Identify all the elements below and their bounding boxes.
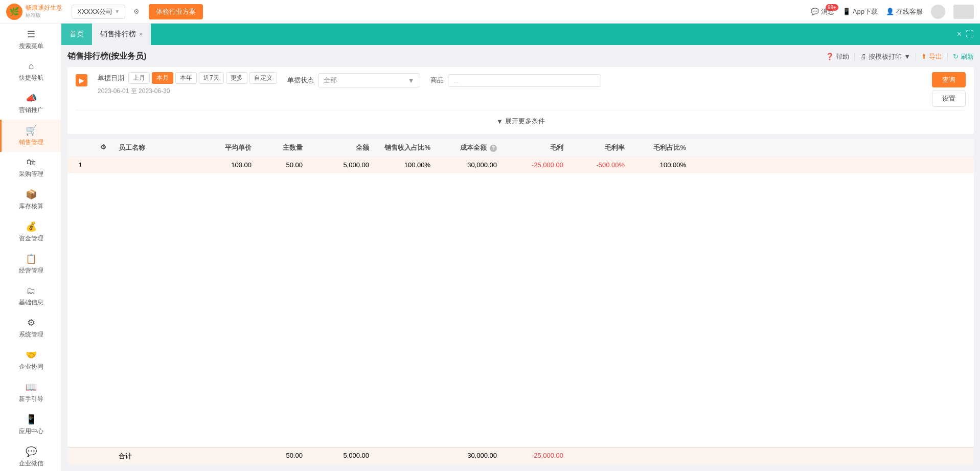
help-label: 帮助 — [836, 52, 849, 61]
user-avatar[interactable] — [931, 5, 945, 19]
tab-home[interactable]: 首页 — [61, 24, 92, 45]
window-expand-button[interactable]: ⛶ — [966, 30, 974, 39]
date-buttons: 上月 本月 本年 近7天 更多 自定义 — [128, 72, 277, 84]
status-select[interactable]: 全部 ▼ — [318, 73, 420, 87]
message-icon: 💬 — [811, 8, 819, 15]
cell-profit-1: -25,000.00 — [502, 157, 568, 173]
sidebar-item-basic-info[interactable]: 🗂 基础信息 — [0, 280, 61, 312]
setting-button[interactable]: 设置 — [932, 91, 966, 107]
th-name: 员工名称 — [113, 139, 195, 156]
sidebar-item-system[interactable]: ⚙ 系统管理 — [0, 312, 61, 344]
data-table: ⚙ 员工名称 平均单价 主数量 全额 销售收入占比% 成本全额 ? 毛利 毛利率… — [67, 139, 974, 465]
query-button[interactable]: 查询 — [932, 72, 966, 87]
sidebar-label-basic-info: 基础信息 — [19, 298, 43, 307]
refresh-button[interactable]: ↻ 刷新 — [953, 52, 974, 61]
print-button[interactable]: 🖨 按模板打印 ▼ — [860, 52, 910, 61]
logo-area: 🌿 畅康通好生意 标准版 — [6, 4, 67, 20]
sidebar-item-wechat[interactable]: 💬 企业微信 — [0, 441, 61, 471]
operations-icon: 📋 — [26, 253, 37, 264]
expand-down-icon: ▼ — [496, 118, 503, 125]
date-btn-7days[interactable]: 近7天 — [199, 72, 224, 84]
expand-more-button[interactable]: ▼ 展开更多条件 — [496, 114, 545, 129]
basic-info-icon: 🗂 — [27, 285, 36, 296]
sidebar-item-purchase[interactable]: 🛍 采购管理 — [0, 152, 61, 184]
table-footer: 合计 50.00 5,000.00 30,000.00 -25,000.00 — [67, 447, 974, 465]
sidebar-label-marketing: 营销推广 — [19, 106, 43, 115]
filter-top-row: ▶ 单据日期 上月 本月 本年 近7天 更多 自定义 — [76, 72, 966, 107]
sidebar-item-guide[interactable]: 📖 新手引导 — [0, 376, 61, 409]
query-area: 查询 设置 — [932, 72, 966, 107]
content-area: 首页 销售排行榜 × × ⛶ 销售排行榜(按业务员) ❓ 帮助 — [61, 24, 980, 471]
collab-icon: 🤝 — [26, 349, 37, 361]
sidebar-item-quicknav[interactable]: ⌂ 快捷导航 — [0, 56, 61, 87]
cost-info-icon[interactable]: ? — [490, 145, 497, 152]
date-btn-more[interactable]: 更多 — [226, 72, 247, 84]
footer-label: 合计 — [113, 447, 195, 465]
system-icon: ⚙ — [27, 317, 35, 328]
sidebar-label-guide: 新手引导 — [19, 395, 43, 403]
date-btn-last-month[interactable]: 上月 — [128, 72, 150, 84]
export-icon: ⬆ — [921, 53, 927, 60]
goods-filter-label: 商品 — [430, 76, 444, 85]
sidebar-item-inventory[interactable]: 📦 库存核算 — [0, 184, 61, 216]
help-button[interactable]: ❓ 帮助 — [826, 52, 849, 61]
company-selector[interactable]: XXXXX公司 ▼ — [72, 5, 125, 19]
th-cost: 成本全额 ? — [436, 139, 502, 156]
date-filter-group: 单据日期 上月 本月 本年 近7天 更多 自定义 2023-06-01 至 20… — [98, 72, 277, 96]
goods-filter-group: 商品 ... — [430, 72, 601, 88]
sidebar-item-marketing[interactable]: 📣 营销推广 — [0, 87, 61, 120]
footer-qty: 50.00 — [257, 447, 308, 465]
footer-avg — [195, 447, 257, 465]
footer-profit-pct — [630, 447, 691, 465]
sidebar-item-apps[interactable]: 📱 应用中心 — [0, 409, 61, 441]
tab-sales-ranking[interactable]: 销售排行榜 × — [92, 24, 151, 45]
app-download-button[interactable]: 📱 App下载 — [842, 7, 878, 16]
tab-close-icon[interactable]: × — [139, 31, 143, 38]
sidebar-label-purchase: 采购管理 — [19, 170, 43, 178]
sidebar-item-collab[interactable]: 🤝 企业协同 — [0, 344, 61, 376]
print-dropdown-icon: ▼ — [904, 53, 910, 60]
refresh-label: 刷新 — [961, 52, 974, 61]
th-sales-pct: 销售收入占比% — [374, 139, 436, 156]
apps-icon: 📱 — [26, 414, 37, 425]
export-button[interactable]: ⬆ 导出 — [921, 52, 942, 61]
refresh-icon: ↻ — [953, 53, 959, 60]
experience-button[interactable]: 体验行业方案 — [149, 4, 203, 19]
divider2 — [916, 53, 916, 61]
date-btn-this-month[interactable]: 本月 — [152, 72, 173, 84]
date-btn-this-year[interactable]: 本年 — [175, 72, 197, 84]
cell-sales-pct-1: 100.00% — [374, 157, 436, 173]
print-icon: 🖨 — [860, 53, 867, 60]
date-filter-label: 单据日期 — [98, 74, 124, 83]
sidebar-label-apps: 应用中心 — [19, 427, 43, 436]
service-label: 在线客服 — [896, 7, 923, 16]
th-settings[interactable]: ⚙ — [93, 139, 113, 156]
company-name: XXXXX公司 — [77, 7, 112, 16]
footer-sales-pct — [374, 447, 436, 465]
app-icon: 📱 — [842, 8, 851, 15]
date-btn-custom[interactable]: 自定义 — [249, 72, 277, 84]
page-title: 销售排行榜(按业务员) — [67, 51, 147, 62]
cell-settings-1 — [93, 157, 113, 173]
cell-avg-1: 100.00 — [195, 157, 257, 173]
sales-icon: 🛒 — [26, 125, 37, 136]
goods-input[interactable]: ... — [448, 74, 601, 87]
window-close-button[interactable]: × — [957, 30, 962, 39]
sidebar-item-sales[interactable]: 🛒 销售管理 — [0, 120, 61, 152]
sidebar-item-operations[interactable]: 📋 经营管理 — [0, 248, 61, 280]
topbar-settings-button[interactable]: ⚙ — [129, 5, 144, 19]
sidebar-label-finance: 资金管理 — [19, 234, 43, 243]
arrow-icon[interactable]: ▶ — [76, 74, 87, 86]
sidebar-label-operations: 经营管理 — [19, 266, 43, 275]
sidebar-item-finance[interactable]: 💰 资金管理 — [0, 216, 61, 248]
sidebar-label-system: 系统管理 — [19, 330, 43, 339]
expand-label: 展开更多条件 — [505, 117, 545, 126]
online-service-button[interactable]: 👤 在线客服 — [886, 7, 923, 16]
footer-profit-rate — [568, 447, 630, 465]
filter-expand-arrow[interactable]: ▶ — [76, 72, 87, 88]
message-button[interactable]: 💬 消息 99+ — [811, 7, 834, 16]
th-total: 全额 — [308, 139, 374, 156]
footer-total: 5,000.00 — [308, 447, 374, 465]
sidebar-item-search[interactable]: ☰ 搜索菜单 — [0, 24, 61, 56]
search-icon: ☰ — [27, 29, 35, 40]
